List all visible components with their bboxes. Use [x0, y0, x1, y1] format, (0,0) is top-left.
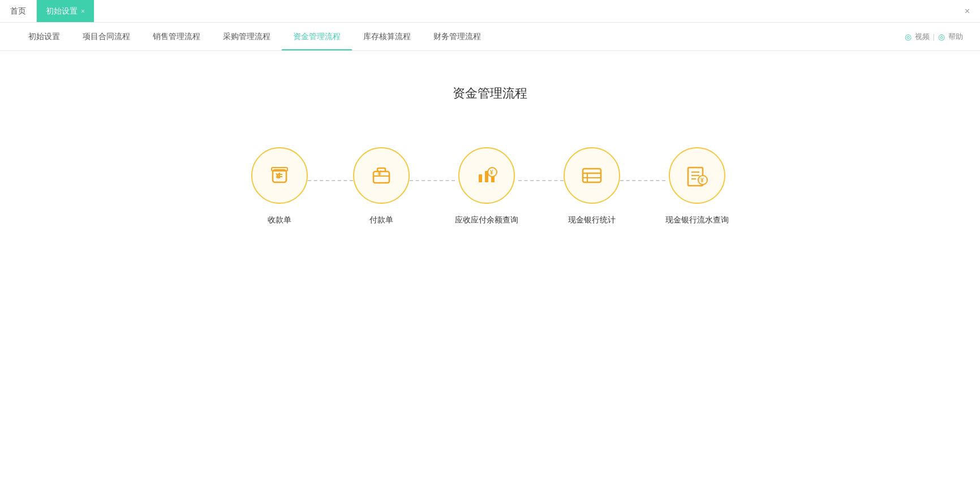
arrow-2: [410, 180, 455, 181]
home-tab[interactable]: 首页: [0, 0, 37, 22]
nav-divider: |: [933, 32, 935, 41]
active-tab-label: 初始设置: [46, 6, 78, 16]
top-bar-right: ×: [955, 6, 980, 16]
window-close-button[interactable]: ×: [965, 6, 970, 16]
nav-bar: 初始设置 项目合同流程 销售管理流程 采购管理流程 资金管理流程 库存核算流程 …: [0, 23, 980, 51]
balance-label: 应收应付余额查询: [455, 215, 518, 225]
payment-svg-icon: ¥: [368, 162, 395, 189]
bank-flow-icon-circle[interactable]: ¥: [669, 147, 725, 204]
bank-stat-icon-circle[interactable]: [564, 147, 620, 204]
flow-item-receipt: ¥ ¥ 收款单: [251, 147, 308, 225]
balance-svg-icon: ¥: [473, 162, 500, 189]
flow-item-balance: ¥ 应收应付余额查询: [455, 147, 518, 225]
active-tab[interactable]: 初始设置 ×: [37, 0, 94, 22]
bank-stat-svg-icon: [578, 162, 605, 189]
tab-close-icon[interactable]: ×: [81, 7, 85, 15]
nav-label-initial: 初始设置: [28, 32, 60, 42]
flow-item-bank-flow: ¥ 现金银行流水查询: [665, 147, 729, 225]
nav-item-sales[interactable]: 销售管理流程: [141, 23, 212, 50]
home-label: 首页: [10, 6, 26, 16]
flow-item-bank-stat: 现金银行统计: [564, 147, 620, 225]
payment-icon-circle[interactable]: ¥: [353, 147, 410, 204]
nav-label-project: 项目合同流程: [83, 32, 130, 42]
svg-text:¥: ¥: [377, 169, 382, 177]
svg-text:¥: ¥: [276, 172, 280, 180]
svg-text:¥: ¥: [700, 177, 704, 183]
nav-item-project[interactable]: 项目合同流程: [71, 23, 141, 50]
svg-rect-15: [583, 169, 601, 182]
arrow-3: [518, 180, 564, 181]
top-bar: 首页 初始设置 × ×: [0, 0, 980, 23]
bank-flow-label: 现金银行流水查询: [665, 215, 729, 225]
flow-item-payment: ¥ 付款单: [353, 147, 410, 225]
nav-bar-help-area: ◎ 视频 | ◎ 帮助: [905, 32, 963, 42]
nav-item-initial[interactable]: 初始设置: [17, 23, 71, 50]
bank-stat-label: 现金银行统计: [568, 215, 616, 225]
video-link[interactable]: 视频: [915, 32, 930, 42]
balance-icon-circle[interactable]: ¥: [458, 147, 515, 204]
receipt-svg-icon: ¥ ¥: [266, 162, 293, 189]
nav-label-purchase: 采购管理流程: [223, 32, 270, 42]
bank-flow-svg-icon: ¥: [684, 162, 711, 189]
arrow-1: [308, 180, 353, 181]
svg-text:¥: ¥: [490, 169, 493, 175]
receipt-label: 收款单: [268, 215, 291, 225]
main-content: 资金管理流程 ¥ ¥ 收款单: [0, 51, 980, 248]
nav-label-finance: 财务管理流程: [433, 32, 481, 42]
payment-label: 付款单: [369, 215, 393, 225]
help-link[interactable]: 帮助: [948, 32, 963, 42]
nav-label-capital: 资金管理流程: [293, 32, 341, 42]
video-circle-icon: ◎: [905, 32, 912, 41]
svg-rect-10: [479, 174, 482, 182]
page-title: 资金管理流程: [453, 85, 527, 102]
receipt-icon-circle[interactable]: ¥ ¥: [251, 147, 308, 204]
nav-item-finance[interactable]: 财务管理流程: [422, 23, 492, 50]
nav-item-capital[interactable]: 资金管理流程: [282, 23, 352, 50]
arrow-4: [620, 180, 665, 181]
help-circle-icon: ◎: [938, 32, 945, 41]
nav-label-inventory: 库存核算流程: [363, 32, 411, 42]
nav-item-purchase[interactable]: 采购管理流程: [212, 23, 282, 50]
nav-item-inventory[interactable]: 库存核算流程: [352, 23, 422, 50]
flow-container: ¥ ¥ 收款单 ¥ 付款单: [251, 147, 729, 225]
nav-label-sales: 销售管理流程: [153, 32, 200, 42]
